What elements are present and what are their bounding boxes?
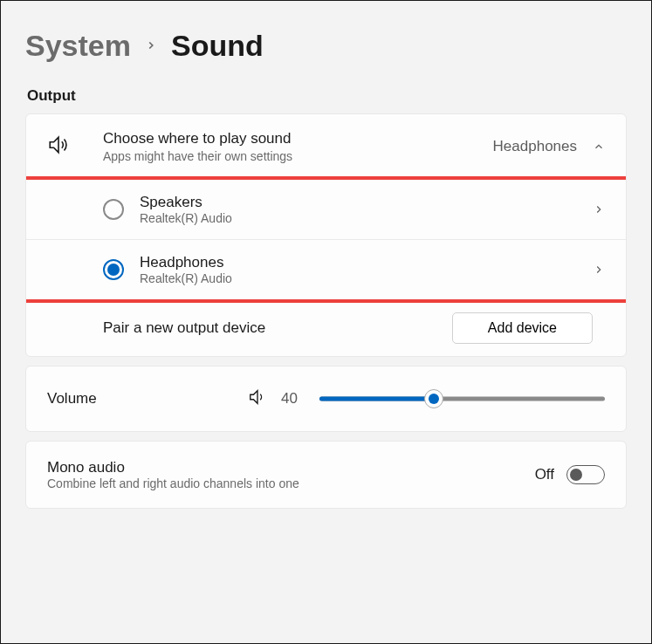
output-section-label: Output (27, 87, 627, 105)
breadcrumb: System Sound (25, 29, 627, 63)
breadcrumb-current: Sound (171, 29, 264, 63)
mono-audio-sub: Combine left and right audio channels in… (47, 476, 535, 490)
svg-marker-1 (251, 391, 257, 404)
mono-audio-card: Mono audio Combine left and right audio … (25, 441, 627, 509)
mono-toggle-state: Off (535, 466, 554, 483)
output-device-headphones[interactable]: Headphones Realtek(R) Audio (26, 240, 626, 299)
choose-output-sub: Apps might have their own settings (103, 149, 493, 163)
chevron-right-icon[interactable] (593, 264, 605, 276)
svg-marker-0 (50, 137, 58, 152)
chevron-right-icon[interactable] (593, 203, 605, 216)
output-device-list: Speakers Realtek(R) Audio Headphones Rea… (26, 180, 626, 299)
mono-toggle[interactable] (566, 465, 605, 484)
device-driver: Realtek(R) Audio (140, 211, 593, 225)
breadcrumb-parent[interactable]: System (25, 29, 131, 63)
volume-value: 40 (281, 390, 305, 408)
speaker-icon (47, 134, 70, 160)
chevron-up-icon (593, 140, 605, 153)
device-name: Headphones (140, 254, 593, 271)
current-output-device: Headphones (493, 138, 577, 155)
choose-output-title: Choose where to play sound (103, 130, 493, 147)
radio-unselected-icon[interactable] (103, 199, 124, 220)
chevron-right-icon (145, 36, 157, 56)
add-device-button[interactable]: Add device (452, 312, 593, 344)
radio-selected-icon[interactable] (103, 259, 124, 280)
pair-device-label: Pair a new output device (103, 319, 452, 337)
volume-slider[interactable] (319, 389, 605, 408)
device-driver: Realtek(R) Audio (140, 271, 593, 285)
output-device-speakers[interactable]: Speakers Realtek(R) Audio (26, 180, 626, 240)
device-name: Speakers (140, 194, 593, 211)
output-group: Choose where to play sound Apps might ha… (25, 113, 627, 357)
volume-label: Volume (47, 390, 248, 408)
mono-audio-title: Mono audio (47, 459, 535, 476)
pair-device-row: Pair a new output device Add device (26, 299, 626, 356)
volume-icon[interactable] (248, 387, 267, 410)
choose-output-row[interactable]: Choose where to play sound Apps might ha… (26, 114, 626, 180)
volume-card: Volume 40 (25, 366, 627, 432)
